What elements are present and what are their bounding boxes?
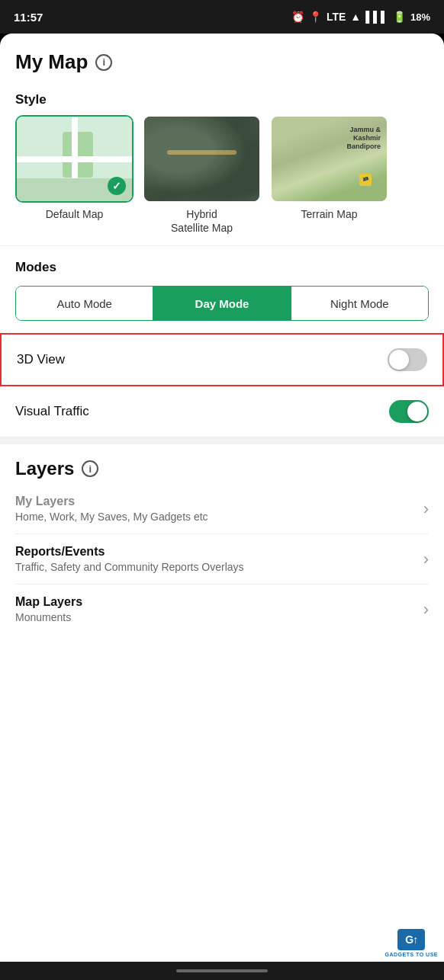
bottom-bar [0,962,444,980]
tab-day-mode[interactable]: Day Mode [153,287,291,320]
layer-item-my-layers[interactable]: My Layers Home, Work, My Saves, My Gadge… [0,484,444,533]
style-section-label: Style [0,82,444,115]
3d-view-row: 3D View [0,333,444,386]
battery-icon: 🔋 [393,11,406,23]
layers-separator [0,437,444,444]
style-thumb-hybrid [143,115,261,203]
visual-traffic-row: Visual Traffic [0,386,444,437]
watermark: G↑ GADGETS TO USE [385,929,439,957]
alarm-icon: ⏰ [291,11,304,23]
style-thumb-default: ✓ [15,115,134,203]
tab-night-mode[interactable]: Night Mode [291,287,428,320]
battery-percent: 18% [410,11,430,23]
layer-item-reports[interactable]: Reports/Events Traffic, Safety and Commu… [0,534,444,584]
modes-container: Auto Mode Day Mode Night Mode [0,283,444,333]
page-title: My Map [15,50,88,74]
my-layers-desc: Home, Work, My Saves, My Gadgets etc [15,511,429,523]
tab-auto-mode[interactable]: Auto Mode [16,287,153,320]
location-icon: 📍 [309,11,322,23]
style-card-default[interactable]: ✓ Default Map [15,115,134,235]
terrain-map-label: Jammu &KashmirBandipore [346,126,381,150]
status-icons: ⏰ 📍 LTE ▲ ▌▌▌ 🔋 18% [291,11,430,23]
style-card-terrain-label: Terrain Map [301,207,358,221]
style-cards-row: ✓ Default Map HybridSatellite Map Jammu … [0,115,444,242]
style-thumb-terrain: Jammu &KashmirBandipore 🏴 [270,115,388,203]
home-indicator[interactable] [176,969,268,972]
road-vertical [72,117,78,201]
style-card-default-label: Default Map [46,207,103,221]
layers-title: Layers [15,458,74,479]
thumb-hybrid-bg [144,117,259,201]
modes-section-label: Modes [0,249,444,283]
style-card-terrain[interactable]: Jammu &KashmirBandipore 🏴 Terrain Map [270,115,388,235]
style-card-hybrid-label: HybridSatellite Map [171,207,233,235]
wifi-icon: ▲ [350,11,361,23]
layers-info-icon[interactable]: i [82,460,98,477]
page-header: My Map i [0,34,444,82]
terrain-flag-icon: 🏴 [359,174,372,186]
visual-traffic-label: Visual Traffic [15,404,89,419]
watermark-logo: G↑ [397,929,425,950]
map-layers-title: Map Layers [15,595,429,609]
mode-tabs: Auto Mode Day Mode Night Mode [15,286,429,321]
visual-traffic-toggle[interactable] [389,400,429,423]
header-info-icon[interactable]: i [95,54,112,71]
thumb-terrain-bg: Jammu &KashmirBandipore 🏴 [272,117,387,201]
3d-view-toggle[interactable] [388,348,427,371]
status-bar: 11:57 ⏰ 📍 LTE ▲ ▌▌▌ 🔋 18% [0,0,444,34]
layers-header: Layers i [0,444,444,484]
signal-icon: ▌▌▌ [365,11,388,23]
my-layers-title: My Layers [15,495,429,508]
style-card-hybrid[interactable]: HybridSatellite Map [143,115,261,235]
reports-events-desc: Traffic, Safety and Community Reports Ov… [15,561,429,573]
map-layers-desc: Monuments [15,611,429,623]
status-time: 11:57 [14,11,43,24]
3d-view-label: 3D View [17,352,65,367]
layer-item-map-layers[interactable]: Map Layers Monuments [0,584,444,634]
lte-icon: LTE [327,11,346,23]
main-content: My Map i Style ✓ Default Map HybridSatel… [0,34,444,962]
selected-check-badge: ✓ [108,177,126,195]
watermark-text: GADGETS TO USE [385,952,439,957]
style-modes-divider [0,245,444,246]
reports-events-title: Reports/Events [15,545,429,559]
